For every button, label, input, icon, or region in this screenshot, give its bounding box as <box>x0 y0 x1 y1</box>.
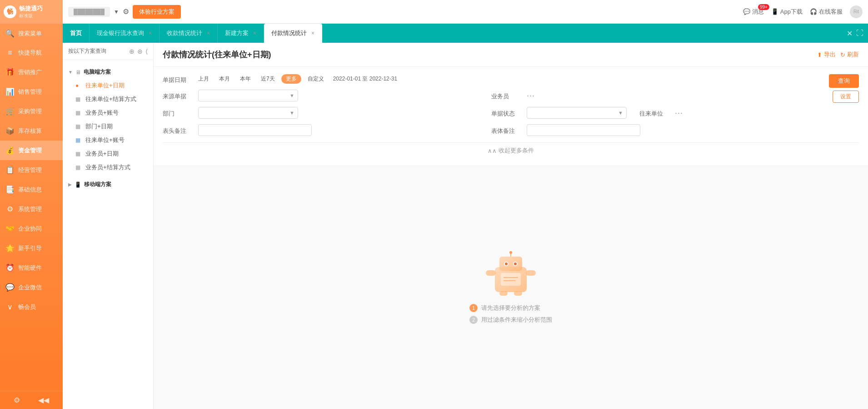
dept-select-wrap: ▼ <box>198 107 298 119</box>
collapse-scheme-icon[interactable]: ⟨ <box>145 48 148 55</box>
scheme-item-salesperson-account[interactable]: ▦ 业务员+账号 <box>63 106 153 120</box>
date-option-more[interactable]: 更多 <box>281 74 301 84</box>
empty-area: 1 请先选择要分析的方案 2 用过滤条件来缩小分析范围 <box>154 166 868 409</box>
page-content: 按以下方案查询 ⊕ ⊛ ⟨ ▼ 🖥 电脑端方案 ● <box>63 43 868 409</box>
source-select-wrap: ▼ <box>198 90 298 101</box>
tab-payment-close-icon[interactable]: × <box>311 30 314 36</box>
date-option-this-year[interactable]: 本年 <box>236 74 254 84</box>
sidebar-item-inventory[interactable]: 📦库存核算 <box>0 121 63 141</box>
tab-payment[interactable]: 付款情况统计 × <box>264 24 322 43</box>
counterpart-select[interactable]: ··· <box>675 108 683 118</box>
scheme-item-counterpart-settle[interactable]: ▦ 往来单位+结算方式 <box>63 92 153 106</box>
empty-tip-1: 1 请先选择要分析的方案 <box>469 304 552 312</box>
settings-scheme-icon[interactable]: ⊛ <box>137 48 143 55</box>
sidebar-item-member[interactable]: ∨畅会员 <box>0 297 63 317</box>
sidebar-item-search[interactable]: 🔍搜索菜单 <box>0 24 63 43</box>
query-button[interactable]: 查询 <box>829 74 859 88</box>
svg-point-7 <box>509 251 512 254</box>
date-range-display: 2022-01-01 至 2022-12-31 <box>333 75 397 83</box>
sidebar-item-label: 企业协同 <box>18 225 42 233</box>
sidebar-item-enterprise[interactable]: 🤝企业协同 <box>0 219 63 238</box>
sidebar-item-quicknav[interactable]: ≡快捷导航 <box>0 43 63 62</box>
collapse-label: 收起更多条件 <box>499 146 534 155</box>
trial-button[interactable]: 体验行业方案 <box>133 5 181 19</box>
scheme-item-dept-date[interactable]: ▦ 部门+日期 <box>63 120 153 133</box>
settings-icon[interactable]: ⚙ <box>123 7 129 16</box>
scheme-header-label: 按以下方案查询 <box>68 47 106 55</box>
scheme-group-mobile-header[interactable]: ▶ 📱 移动端方案 <box>63 178 153 191</box>
user-avatar[interactable]: Rit <box>850 5 863 18</box>
export-label: 导出 <box>824 50 836 59</box>
scheme-group-desktop-header[interactable]: ▼ 🖥 电脑端方案 <box>63 66 153 79</box>
account-dropdown-icon[interactable]: ▼ <box>114 9 119 15</box>
desktop-icon: 🖥 <box>75 69 81 76</box>
page-title: 付款情况统计(往来单位+日期) <box>163 49 271 60</box>
add-scheme-icon[interactable]: ⊕ <box>129 48 135 55</box>
refresh-button[interactable]: ↻ 刷新 <box>840 50 859 59</box>
sidebar-item-purchase[interactable]: 🛒采购管理 <box>0 101 63 121</box>
quicknav-icon: ≡ <box>5 49 15 57</box>
svg-point-5 <box>514 263 517 265</box>
date-option-last7days[interactable]: 近7天 <box>257 74 279 84</box>
mobile-icon: 📱 <box>75 182 81 188</box>
filter-settings-button[interactable]: 设置 <box>833 91 859 103</box>
tip-text-1: 请先选择要分析的方案 <box>481 304 540 312</box>
doc-status-select[interactable] <box>527 107 627 119</box>
scheme-item-icon: ▦ <box>75 151 83 157</box>
scheme-item-salesperson-settle[interactable]: ▦ 业务员+结算方式 <box>63 161 153 174</box>
sidebar-item-basicinfo[interactable]: 📑基础信息 <box>0 180 63 199</box>
sidebar-item-system[interactable]: ⚙系统管理 <box>0 199 63 219</box>
source-select[interactable] <box>198 90 298 101</box>
sidebar-item-wechat[interactable]: 💬企业微信 <box>0 278 63 297</box>
tab-spacer <box>322 24 842 43</box>
sidebar-item-operations[interactable]: 📋经营管理 <box>0 160 63 180</box>
sidebar-item-sales[interactable]: 📊销售管理 <box>0 82 63 101</box>
date-option-last-month[interactable]: 上月 <box>195 74 213 84</box>
body-note-input[interactable] <box>527 124 640 136</box>
maximize-icon[interactable]: ⛶ <box>856 29 863 37</box>
close-tab-icon[interactable]: ✕ <box>847 29 853 38</box>
sidebar-item-guide[interactable]: 🌟新手引导 <box>0 238 63 258</box>
service-label: 在线客服 <box>819 8 843 16</box>
sidebar-item-hardware[interactable]: ⏰智能硬件 <box>0 258 63 278</box>
app-download-button[interactable]: 📱 App下载 <box>771 8 803 16</box>
svg-rect-12 <box>501 273 521 286</box>
tab-collection[interactable]: 收款情况统计 × <box>160 24 218 43</box>
dept-select[interactable] <box>198 107 298 119</box>
date-option-this-month[interactable]: 本月 <box>215 74 234 84</box>
collapse-sidebar-icon[interactable]: ◀◀ <box>38 396 49 404</box>
tab-collection-close-icon[interactable]: × <box>207 30 210 36</box>
refresh-icon: ↻ <box>840 51 845 58</box>
salesperson-select[interactable]: ··· <box>527 91 535 101</box>
sidebar-item-marketing[interactable]: 🎁营销推广 <box>0 62 63 82</box>
tab-cashflow-close-icon[interactable]: × <box>149 30 152 36</box>
export-button[interactable]: ⬆ 导出 <box>817 50 836 59</box>
header-note-input[interactable] <box>198 124 312 136</box>
scheme-header: 按以下方案查询 ⊕ ⊛ ⟨ <box>63 43 153 60</box>
sidebar-item-finance[interactable]: 💰资金管理 <box>0 141 63 160</box>
scheme-item-label: 业务员+账号 <box>85 109 119 117</box>
empty-illustration <box>484 251 538 297</box>
message-button[interactable]: 💬 消息 99+ <box>743 8 764 16</box>
scheme-item-salesperson-date[interactable]: ▦ 业务员+日期 <box>63 147 153 161</box>
scheme-group-mobile: ▶ 📱 移动端方案 <box>63 176 153 193</box>
settings-bottom-icon[interactable]: ⚙ <box>14 396 20 404</box>
tab-newscheme-close-icon[interactable]: × <box>253 30 256 36</box>
scheme-item-counterpart-account[interactable]: ▦ 往来单位+账号 <box>63 133 153 147</box>
tab-home[interactable]: 首页 <box>63 24 90 43</box>
member-icon: ∨ <box>5 303 15 311</box>
guide-icon: 🌟 <box>5 244 15 252</box>
date-option-custom[interactable]: 自定义 <box>304 74 328 84</box>
tab-cashflow[interactable]: 现金银行流水查询 × <box>90 24 160 43</box>
message-badge: 99+ <box>758 4 769 10</box>
scheme-item-counterpart-date[interactable]: ● 往来单位+日期 <box>63 79 153 92</box>
online-service-button[interactable]: 🎧 在线客服 <box>810 8 843 16</box>
logo-text: 畅捷通巧 标准版 <box>19 5 43 19</box>
collapse-filter-button[interactable]: ∧∧ 收起更多条件 <box>163 142 859 158</box>
tab-newscheme[interactable]: 新建方案 × <box>218 24 264 43</box>
header-right: 💬 消息 99+ 📱 App下载 🎧 在线客服 Rit <box>743 5 863 18</box>
sidebar-item-label: 采购管理 <box>18 107 42 116</box>
sidebar-menu: 🔍搜索菜单 ≡快捷导航 🎁营销推广 📊销售管理 🛒采购管理 📦库存核算 💰资金管… <box>0 24 63 391</box>
logo-main-text: 畅捷通巧 <box>19 5 43 13</box>
chevron-right-icon: ▶ <box>68 182 72 187</box>
